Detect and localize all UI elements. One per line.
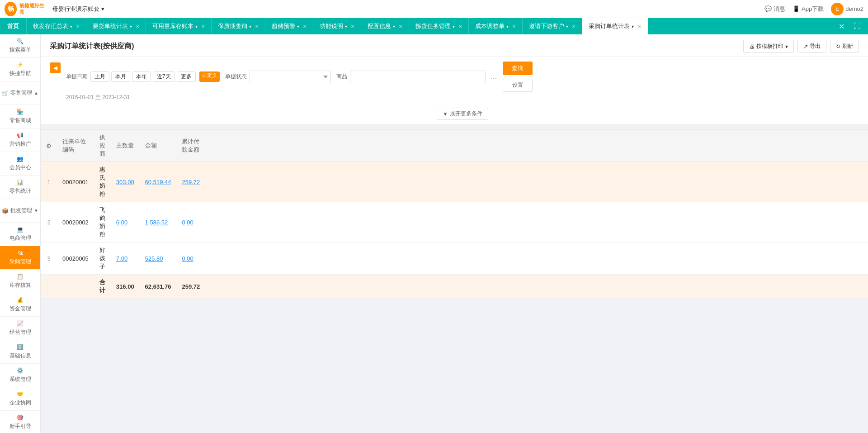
footer-amount: 62,631.76: [140, 275, 177, 299]
date-btn-this-year[interactable]: 本年: [132, 71, 151, 82]
tab-pick-task-close[interactable]: ✕: [458, 24, 462, 29]
sidebar-item-finance[interactable]: 💰 资金管理: [0, 293, 40, 317]
app-icon: 📱: [793, 5, 800, 12]
col-code: 往来单位编码: [57, 130, 94, 162]
sidebar-item-operations[interactable]: 📈 经营管理: [0, 317, 40, 340]
tab-config-info[interactable]: 配置信息 ▾ ✕: [361, 18, 409, 34]
row-extra-3: [205, 243, 868, 275]
message-btn[interactable]: 💬 消息: [764, 5, 785, 13]
tab-available-stock-label: 可用量库存账本: [152, 22, 193, 30]
print-dropdown-icon: ▾: [785, 43, 788, 50]
sidebar-item-enterprise[interactable]: 🤝 企业协同: [0, 387, 40, 411]
retail-arrow-icon: ▲: [34, 90, 38, 95]
tab-home[interactable]: 首页: [0, 18, 27, 34]
sidebar-item-marketing[interactable]: 📢 营销推广: [0, 128, 40, 152]
tab-purchase-summary[interactable]: 采购订单统计表 ▾ ✕: [582, 18, 648, 34]
date-btn-more[interactable]: 更多: [177, 71, 196, 82]
row-paid-2: 0.00: [176, 202, 205, 243]
tab-purchase-summary-close[interactable]: ✕: [637, 24, 641, 29]
filter-collapse-btn[interactable]: ◀: [50, 62, 61, 73]
date-btn-this-month[interactable]: 本月: [111, 71, 130, 82]
app-download-btn[interactable]: 📱 App下载: [793, 5, 824, 13]
custom-date-tag: 自定义: [199, 71, 220, 82]
sidebar-item-search[interactable]: 🔍 搜索菜单: [0, 34, 40, 58]
sidebar-item-basic-info[interactable]: ℹ️ 基础信息: [0, 340, 40, 364]
row-num-1: 1: [41, 162, 57, 202]
tab-invite-downstream-label: 邀请下游客户: [529, 22, 564, 30]
footer-label: 合计: [94, 275, 111, 299]
workspace-selector[interactable]: 母婴行业演示账套 ▾: [52, 5, 757, 13]
nav-close-btn[interactable]: ✕: [836, 21, 847, 32]
query-btn-area: 查询 设置: [503, 62, 533, 92]
tab-cost-adjust-close[interactable]: ✕: [512, 24, 516, 29]
tab-available-stock[interactable]: 可用量库存账本 ▾ ✕: [146, 18, 212, 34]
message-icon: 💬: [764, 5, 772, 12]
sidebar-item-purchase[interactable]: 🛍 采购管理: [0, 246, 40, 270]
table-row: 2 00020002 飞鹤奶粉 6.00 1,586.52 0.00: [41, 202, 868, 243]
filter-area: ◀ 单据日期 上月 本月 本年 近7天 更多: [41, 57, 868, 125]
table-row: 1 00020001 惠氏奶粉 303.00 60,519.44 259.72: [41, 162, 868, 202]
goods-input[interactable]: [350, 71, 486, 83]
sidebar-item-batch-mgmt[interactable]: 📦 批发管理 ▼: [0, 199, 40, 223]
sidebar-item-system[interactable]: ⚙️ 系统管理: [0, 364, 40, 387]
sidebar-item-retail[interactable]: 🛒 零售管理 ▲: [0, 81, 40, 105]
settings-button[interactable]: 设置: [503, 79, 533, 92]
tab-expiry-query-close[interactable]: ✕: [255, 24, 259, 29]
nav-expand-btn[interactable]: ⛶: [851, 21, 863, 31]
status-select[interactable]: [250, 71, 331, 83]
sidebar-item-quick-nav[interactable]: ⚡ 快捷导航: [0, 58, 40, 81]
row-code-1: 00020001: [57, 162, 94, 202]
batch-mgmt-arrow-icon: ▼: [34, 208, 38, 213]
tab-order-summary-close[interactable]: ✕: [136, 24, 139, 29]
tab-expiry-query[interactable]: 保质期查询 ▾ ✕: [212, 18, 265, 34]
row-supplier-3: 好孩子: [94, 243, 111, 275]
export-button[interactable]: ↗ 导出: [797, 40, 826, 53]
date-btn-last-7days[interactable]: 近7天: [153, 71, 175, 82]
tab-pick-task[interactable]: 拣货任务管理 ▾ ✕: [409, 18, 469, 34]
logo-area: 畅 畅捷通好生意: [5, 2, 45, 16]
sidebar-quick-nav-label: 快捷导航: [9, 70, 31, 77]
sidebar-item-newbie[interactable]: 🎯 新手引导: [0, 411, 40, 433]
nav-actions: ✕ ⛶: [831, 21, 868, 32]
tab-invite-downstream[interactable]: 邀请下游客户 ▾ ✕: [523, 18, 582, 34]
table-footer-row: 合计 316.00 62,631.76 259.72: [41, 275, 868, 299]
settings-icon[interactable]: ⚙: [46, 143, 52, 149]
sidebar-item-retail-shop[interactable]: 🏪 零售商城: [0, 105, 40, 128]
tab-cost-adjust-label: 成本调整单: [475, 22, 505, 30]
tab-overstock-alert[interactable]: 超储预警 ▾ ✕: [265, 18, 313, 34]
retail-icon: 🛒: [2, 90, 9, 96]
tab-available-stock-arrow: ▾: [195, 24, 198, 29]
sidebar-item-inventory[interactable]: 📋 库存核算: [0, 270, 40, 293]
sidebar-search-label: 搜索菜单: [9, 46, 31, 54]
tab-invite-downstream-close[interactable]: ✕: [572, 24, 576, 29]
tab-order-summary[interactable]: 要货单统计表 ▾ ✕: [86, 18, 146, 34]
tab-available-stock-close[interactable]: ✕: [201, 24, 205, 29]
sidebar-item-retail-stats[interactable]: 📊 零售统计: [0, 176, 40, 199]
expand-more-btn[interactable]: ▼ 展开更多条件: [437, 108, 488, 120]
tab-cost-adjust[interactable]: 成本调整单 ▾ ✕: [469, 18, 523, 34]
sidebar-item-ecommerce[interactable]: 💻 电商管理: [0, 223, 40, 246]
search-icon: 🔍: [17, 38, 24, 44]
tab-receive-summary[interactable]: 收发存汇总表 ▾ ✕: [27, 18, 86, 34]
row-num-2: 2: [41, 202, 57, 243]
sidebar-item-member[interactable]: 👥 会员中心: [0, 152, 40, 176]
goods-more-icon[interactable]: …: [490, 73, 497, 81]
sidebar-batch-mgmt-label: 批发管理: [10, 207, 32, 214]
sidebar-finance-label: 资金管理: [9, 305, 31, 313]
footer-extra: [205, 275, 868, 299]
tab-overstock-alert-label: 超储预警: [272, 22, 295, 30]
print-button[interactable]: 🖨 按模板打印 ▾: [743, 40, 794, 53]
tab-function-desc[interactable]: 功能说明 ▾ ✕: [313, 18, 361, 34]
refresh-button[interactable]: ↻ 刷新: [830, 40, 859, 53]
tab-overstock-alert-close[interactable]: ✕: [303, 24, 307, 29]
query-button[interactable]: 查询: [503, 62, 533, 75]
tab-config-info-close[interactable]: ✕: [399, 24, 402, 29]
tab-receive-summary-close[interactable]: ✕: [76, 24, 80, 29]
member-icon: 👥: [17, 156, 24, 162]
footer-empty-1: [41, 275, 57, 299]
tab-function-desc-close[interactable]: ✕: [351, 24, 354, 29]
app-label: App下载: [802, 5, 824, 13]
user-area[interactable]: E demo2: [831, 3, 863, 15]
date-btn-last-month[interactable]: 上月: [90, 71, 109, 82]
retail-shop-icon: 🏪: [17, 109, 24, 115]
